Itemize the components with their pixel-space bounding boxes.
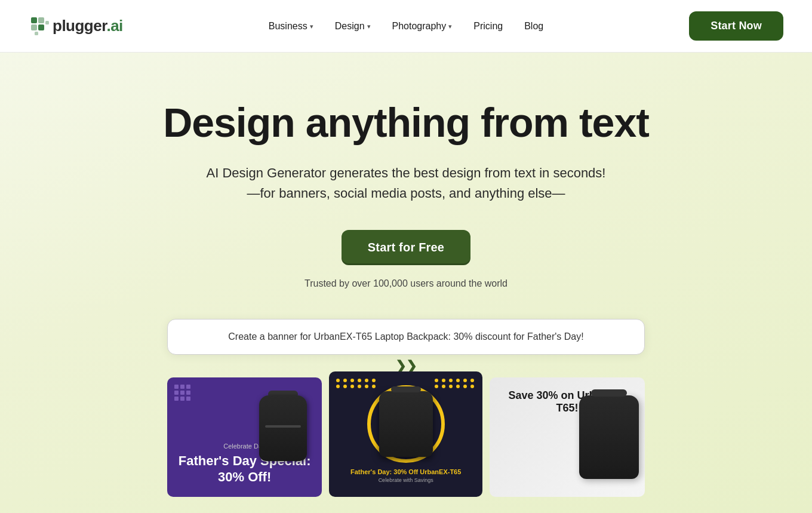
start-for-free-button[interactable]: Start for Free xyxy=(342,230,470,265)
banner-card-2: Father's Day: 30% Off UrbanEX-T65 Celebr… xyxy=(329,371,482,497)
nav-item-design-label: Design xyxy=(335,21,365,32)
chevron-down-icon: ▾ xyxy=(367,23,371,30)
nav-item-pricing[interactable]: Pricing xyxy=(465,16,511,36)
nav-links: Business ▾ Design ▾ Photography ▾ Pricin… xyxy=(260,16,552,36)
logo[interactable]: plugger.ai xyxy=(29,15,123,38)
demo-container: Create a banner for UrbanEX-T65 Laptop B… xyxy=(167,319,645,497)
nav-item-blog-label: Blog xyxy=(524,21,543,32)
nav-item-design[interactable]: Design ▾ xyxy=(327,16,379,36)
card2-label: Father's Day: 30% Off UrbanEX-T65 xyxy=(350,468,461,477)
backpack-illustration xyxy=(250,389,316,485)
card2-dots-top-right xyxy=(435,379,475,388)
nav-item-business-label: Business xyxy=(269,21,307,32)
logo-icon xyxy=(29,15,51,38)
svg-rect-2 xyxy=(38,17,44,23)
card1-dots xyxy=(174,385,190,401)
trust-text: Trusted by over 100,000 users around the… xyxy=(304,278,508,289)
chevron-down-icon: ▾ xyxy=(448,23,452,30)
svg-rect-0 xyxy=(31,17,37,23)
nav-item-business[interactable]: Business ▾ xyxy=(260,16,322,36)
banner-card-1: Celebrate Dad Father's Day Special: 30% … xyxy=(167,377,322,497)
demo-input: Create a banner for UrbanEX-T65 Laptop B… xyxy=(167,319,645,355)
nav-item-photography-label: Photography xyxy=(392,21,447,32)
card2-sublabel: Celebrate with Savings xyxy=(379,477,433,483)
card3-backpack-illustration xyxy=(567,389,645,497)
chevron-down-icon: ▾ xyxy=(310,23,313,30)
hero-title: Design anything from text xyxy=(163,100,649,145)
card2-circle xyxy=(367,385,445,463)
nav-item-blog[interactable]: Blog xyxy=(516,16,552,36)
banner-cards: Celebrate Dad Father's Day Special: 30% … xyxy=(167,377,645,497)
hero-subtitle: AI Design Generator generates the best d… xyxy=(207,163,606,204)
backpack-circle-illustration xyxy=(379,391,433,457)
svg-rect-1 xyxy=(31,24,37,30)
card2-dots-top xyxy=(336,379,377,388)
logo-name: plugger.ai xyxy=(53,17,123,35)
nav-item-pricing-label: Pricing xyxy=(473,21,503,32)
banner-card-3: Save 30% on UrbanEX-T65! xyxy=(490,377,645,497)
demo-arrows: ❯❯ xyxy=(167,360,645,373)
svg-rect-5 xyxy=(35,32,38,35)
chevron-down-icon: ❯❯ xyxy=(395,360,417,373)
start-now-button[interactable]: Start Now xyxy=(689,11,783,41)
svg-rect-3 xyxy=(38,24,44,30)
svg-rect-4 xyxy=(45,21,49,24)
hero-section: Design anything from text AI Design Gene… xyxy=(0,53,812,513)
nav-item-photography[interactable]: Photography ▾ xyxy=(384,16,461,36)
navbar: plugger.ai Business ▾ Design ▾ Photograp… xyxy=(0,0,812,53)
